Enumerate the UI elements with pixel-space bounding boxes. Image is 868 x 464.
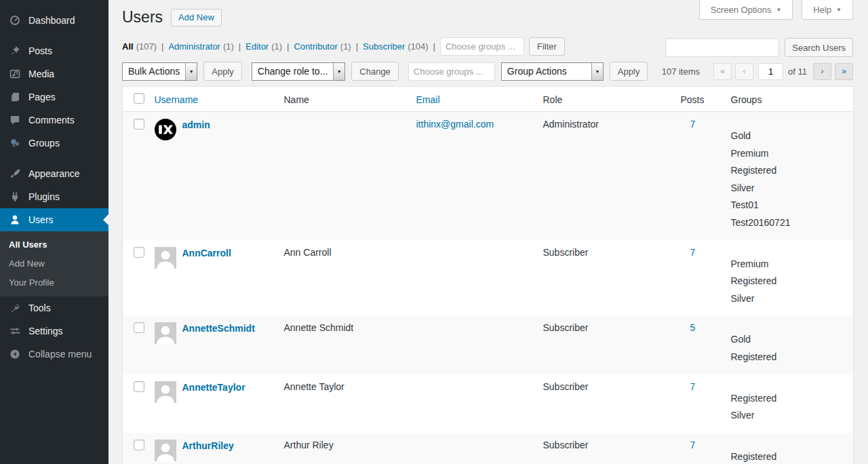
sidebar-item-label: Plugins	[28, 191, 60, 202]
view-item-all: All(107)	[122, 41, 168, 52]
sidebar-item-groups[interactable]: Groups	[0, 132, 108, 155]
group-name: Premium	[731, 256, 854, 273]
group-name: Test01	[731, 197, 854, 214]
select-all-checkbox[interactable]	[134, 93, 144, 104]
users-table-body: adminitthinx@gmail.comAdministrator7Gold…	[123, 112, 854, 464]
bulk-actions-toolbar: Bulk Actions ▼ Apply Change role to... ▼…	[122, 62, 853, 81]
apply-bulk-actions-button[interactable]: Apply	[203, 62, 242, 81]
screen-meta: Screen Options ▼ Help ▼	[699, 0, 853, 20]
sidebar-item-dashboard[interactable]: Dashboard	[0, 9, 108, 32]
first-page-button[interactable]: «	[713, 63, 732, 80]
change-role-button[interactable]: Change	[351, 62, 399, 81]
last-page-button[interactable]: »	[835, 63, 853, 80]
current-page-input[interactable]	[758, 63, 783, 80]
posts-count-link[interactable]: 5	[681, 322, 696, 333]
username-link[interactable]: AnnetteSchmidt	[182, 323, 255, 334]
help-button[interactable]: Help ▼	[802, 0, 853, 20]
user-avatar	[155, 247, 176, 269]
change-role-select[interactable]: Change role to... ▼	[252, 62, 346, 81]
bulk-actions-select[interactable]: Bulk Actions ▼	[122, 62, 197, 81]
previous-page-button[interactable]: ‹	[735, 63, 753, 80]
view-link-contributor[interactable]: Contributor(1)	[294, 41, 351, 52]
submenu-item-your-profile[interactable]: Your Profile	[0, 273, 108, 292]
media-icon	[9, 69, 23, 79]
select-arrow-icon: ▼	[185, 63, 197, 80]
posts-count-link[interactable]: 7	[681, 440, 696, 450]
username-link[interactable]: admin	[182, 119, 210, 130]
posts-count-link[interactable]: 7	[681, 119, 696, 130]
page-title: Users	[122, 7, 163, 27]
row-checkbox[interactable]	[134, 322, 144, 333]
row-checkbox[interactable]	[134, 247, 144, 258]
sidebar-item-label: Dashboard	[28, 15, 75, 26]
user-avatar	[155, 381, 176, 403]
posts-count-link[interactable]: 7	[681, 247, 696, 258]
user-groups-list: Registered	[731, 448, 854, 464]
collapse-icon	[9, 349, 23, 360]
filter-button[interactable]: Filter	[529, 37, 565, 56]
choose-groups-filter-input[interactable]	[440, 37, 524, 56]
sidebar-item-collapse-menu[interactable]: Collapse menu	[0, 343, 108, 366]
user-row-annettetaylor: AnnetteTaylorAnnette TaylorSubscriber7Re…	[123, 374, 854, 433]
apply-group-actions-button[interactable]: Apply	[610, 62, 648, 81]
sidebar-item-users[interactable]: Users	[0, 208, 108, 231]
group-name: Gold	[731, 128, 854, 145]
row-checkbox[interactable]	[134, 440, 144, 450]
group-name: Test20160721	[731, 214, 854, 232]
username-link[interactable]: AnnCarroll	[182, 248, 231, 258]
group-name: Registered	[731, 390, 854, 408]
view-link-administrator[interactable]: Administrator(1)	[168, 41, 233, 52]
column-header-username[interactable]: Username	[155, 94, 199, 105]
column-header-email[interactable]: Email	[416, 94, 440, 105]
total-pages-label: of 11	[788, 66, 807, 77]
view-item-contributor: Contributor(1)	[294, 41, 363, 52]
screen-options-button[interactable]: Screen Options ▼	[699, 0, 793, 20]
submenu-item-add-new[interactable]: Add New	[0, 254, 108, 273]
pushpin-icon	[9, 45, 23, 56]
sidebar-item-plugins[interactable]: Plugins	[0, 185, 108, 208]
view-count: (1)	[340, 41, 351, 52]
search-users-input[interactable]	[665, 38, 779, 57]
choose-groups-bulk-input[interactable]	[408, 62, 495, 81]
submenu-item-all-users[interactable]: All Users	[0, 235, 108, 254]
column-header-posts: Posts	[681, 94, 705, 105]
username-link[interactable]: ArthurRiley	[182, 440, 234, 451]
view-count: (104)	[408, 41, 428, 52]
view-item-administrator: Administrator(1)	[168, 41, 245, 52]
sidebar-item-label: Comments	[28, 115, 75, 125]
sidebar-item-appearance[interactable]: Appearance	[0, 162, 108, 185]
user-avatar	[155, 440, 176, 461]
view-link-all[interactable]: All(107)	[122, 41, 157, 52]
user-role: Subscriber	[543, 322, 589, 333]
column-header-name: Name	[284, 94, 309, 105]
user-row-annetteschmidt: AnnetteSchmidtAnnette SchmidtSubscriber5…	[123, 315, 854, 374]
view-link-editor[interactable]: Editor(1)	[245, 41, 282, 52]
screen-options-label: Screen Options	[711, 5, 772, 15]
user-name: Ann Carroll	[284, 247, 332, 258]
user-row-admin: adminitthinx@gmail.comAdministrator7Gold…	[123, 112, 854, 240]
next-page-button[interactable]: ›	[813, 63, 831, 80]
sidebar-item-media[interactable]: Media	[0, 62, 108, 85]
sidebar-item-posts[interactable]: Posts	[0, 39, 108, 62]
select-arrow-icon: ▼	[333, 63, 344, 80]
view-item-editor: Editor(1)	[245, 41, 294, 52]
search-users-button[interactable]: Search Users	[785, 38, 853, 57]
sidebar-item-comments[interactable]: Comments	[0, 109, 108, 132]
email-link[interactable]: itthinx@gmail.com	[416, 119, 494, 130]
row-checkbox[interactable]	[134, 381, 144, 392]
group-name: Gold	[731, 331, 854, 349]
username-link[interactable]: AnnetteTaylor	[182, 382, 245, 393]
row-checkbox[interactable]	[134, 119, 144, 130]
user-groups-list: GoldRegistered	[731, 331, 854, 366]
view-link-subscriber[interactable]: Subscriber(104)	[363, 41, 429, 52]
group-name: Silver	[731, 290, 854, 308]
group-actions-select[interactable]: Group Actions ▼	[501, 62, 604, 81]
add-new-button[interactable]: Add New	[171, 9, 222, 26]
sidebar-item-pages[interactable]: Pages	[0, 85, 108, 109]
sidebar-item-settings[interactable]: Settings	[0, 320, 108, 343]
posts-count-link[interactable]: 7	[681, 381, 696, 392]
sidebar-item-label: Groups	[28, 138, 60, 149]
sidebar-item-tools[interactable]: Tools	[0, 296, 108, 320]
search-users-box: Search Users	[665, 38, 853, 57]
user-role: Subscriber	[543, 247, 589, 258]
